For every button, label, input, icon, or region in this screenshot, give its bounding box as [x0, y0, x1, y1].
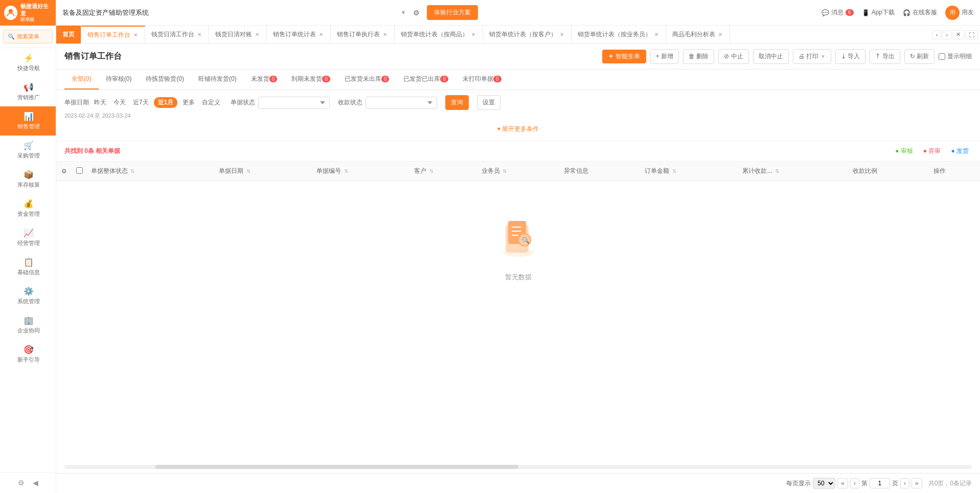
- subtab-shipped-not-out[interactable]: 已发货未出库0: [337, 70, 397, 89]
- tab-sales-summary-staff[interactable]: 销货单统计表（按业务员） ✕: [572, 26, 666, 43]
- date-yesterday-button[interactable]: 昨天: [92, 97, 108, 108]
- solution-button[interactable]: 体验行业方案: [427, 5, 478, 20]
- show-detail-input[interactable]: [939, 53, 945, 60]
- col-number[interactable]: 单据编号 ⇅: [312, 162, 410, 181]
- query-button[interactable]: 查询: [445, 95, 469, 110]
- tab-scroll-left-button[interactable]: ‹: [932, 30, 942, 39]
- tab-cash-reconcile-close[interactable]: ✕: [254, 32, 260, 37]
- tab-sales-summary-customer-close[interactable]: ✕: [559, 32, 565, 37]
- date-more-button[interactable]: 更多: [180, 97, 197, 108]
- subtab-overdue-not-shipped[interactable]: 到期未发货0: [284, 70, 337, 89]
- cancel-stop-button[interactable]: 取消中止: [753, 49, 789, 64]
- date-1month-button[interactable]: 近1月: [154, 97, 178, 108]
- last-page-button[interactable]: »: [911, 478, 922, 488]
- tab-sales-summary-staff-close[interactable]: ✕: [653, 32, 659, 37]
- tab-sales-stats-close[interactable]: ✕: [318, 32, 324, 37]
- prev-page-button[interactable]: ‹: [850, 478, 859, 488]
- expand-filter-button[interactable]: ▾ 展开更多条件: [493, 123, 543, 136]
- payment-select[interactable]: [366, 97, 437, 109]
- guide-icon: 🎯: [24, 345, 34, 354]
- tab-cash-clear[interactable]: 钱货日清工作台 ✕: [145, 26, 209, 43]
- sidebar-settings-button[interactable]: ⚙: [15, 477, 28, 489]
- date-7days-button[interactable]: 近7天: [131, 97, 151, 108]
- page-size-select[interactable]: 50: [813, 478, 835, 489]
- tab-sales-summary-product[interactable]: 销货单统计表（按商品） ✕: [395, 26, 483, 43]
- import-button[interactable]: ⤓ 导入: [835, 49, 865, 64]
- ship-button[interactable]: ● 发货: [948, 145, 972, 157]
- date-range-display: 2023-02-24 至 2023-03-24: [64, 112, 972, 120]
- tab-sales-stats[interactable]: 销售订单统计表 ✕: [267, 26, 331, 43]
- subtab-shipped-out[interactable]: 已发货已出库0: [396, 70, 455, 89]
- tab-gross-margin[interactable]: 商品毛利分析表 ✕: [666, 26, 730, 43]
- tab-close-all-button[interactable]: ✕: [952, 30, 964, 39]
- refresh-button[interactable]: ↻ 刷新: [904, 49, 935, 64]
- user-menu[interactable]: 用 用友: [945, 6, 974, 20]
- date-custom-button[interactable]: 自定义: [200, 97, 222, 108]
- topbar-settings-button[interactable]: ⚙: [411, 7, 422, 19]
- stop-button[interactable]: ⊘ 中止: [718, 49, 748, 64]
- col-customer[interactable]: 客户 ⇅: [410, 162, 477, 181]
- tab-cash-reconcile[interactable]: 钱货日清对账 ✕: [209, 26, 267, 43]
- sidebar-item-sales[interactable]: 📊 销售管理: [0, 106, 56, 136]
- not-shipped-badge: 0: [269, 76, 278, 82]
- subtab-not-shipped[interactable]: 未发货0: [244, 70, 285, 89]
- sidebar-item-enterprise[interactable]: 🏢 企业协同: [0, 310, 56, 340]
- audit-button[interactable]: ● 审核: [892, 145, 916, 157]
- col-status[interactable]: 单据整体状态 ⇅: [87, 162, 215, 181]
- col-collected[interactable]: 累计收款... ⇅: [738, 162, 849, 181]
- add-button[interactable]: + 新增: [650, 49, 679, 64]
- subtab-pending-audit[interactable]: 待审核(0): [99, 70, 139, 89]
- subtab-not-printed[interactable]: 未打印单据0: [455, 70, 509, 89]
- col-staff[interactable]: 业务员 ⇅: [477, 162, 560, 181]
- tab-sales-workbench[interactable]: 销售订单工作台 ✕: [81, 26, 145, 43]
- horizontal-scrollbar-thumb[interactable]: [155, 465, 518, 469]
- message-button[interactable]: 💬 消息 6: [822, 8, 854, 17]
- subtab-pending-inspect[interactable]: 待拣货验货(0): [139, 70, 191, 89]
- tab-sales-exec-close[interactable]: ✕: [382, 32, 388, 37]
- subtab-all[interactable]: 全部(0): [64, 70, 99, 89]
- cancel-audit-button[interactable]: ● 弃审: [920, 145, 944, 157]
- sidebar-item-guide[interactable]: 🎯 新手引导: [0, 340, 56, 369]
- subtab-wangpu-ship[interactable]: 旺铺待发货(0): [191, 70, 244, 89]
- col-settings[interactable]: ⚙: [56, 162, 72, 181]
- smart-generate-button[interactable]: ✦ 智能生单: [602, 50, 646, 63]
- sidebar-item-marketing[interactable]: 📢 营销推广: [0, 77, 56, 106]
- tab-sales-summary-customer[interactable]: 销货单统计表（按客户） ✕: [483, 26, 572, 43]
- horizontal-scrollbar[interactable]: [64, 465, 972, 469]
- sidebar-item-purchase[interactable]: 🛒 采购管理: [0, 136, 56, 165]
- page-number-input[interactable]: [870, 478, 890, 488]
- tab-scroll-right-button[interactable]: ›: [942, 30, 951, 39]
- select-all-checkbox[interactable]: [76, 167, 83, 174]
- col-date[interactable]: 单据日期 ⇅: [215, 162, 312, 181]
- online-service-button[interactable]: 🎧 在线客服: [903, 8, 937, 17]
- col-checkbox[interactable]: [72, 162, 87, 181]
- settings-filter-button[interactable]: 设置: [477, 95, 500, 110]
- sidebar-item-basic-info[interactable]: 📋 基础信息: [0, 252, 56, 281]
- date-today-button[interactable]: 今天: [111, 97, 128, 108]
- status-select[interactable]: [258, 97, 330, 109]
- app-download-button[interactable]: 📱 App下载: [862, 8, 895, 17]
- export-button[interactable]: ⤒ 导出: [870, 49, 900, 64]
- tab-home[interactable]: 首页: [56, 26, 81, 43]
- system-title-dropdown[interactable]: ▼: [401, 10, 406, 15]
- date-quick-buttons: 昨天 今天 近7天 近1月 更多 自定义: [92, 97, 222, 108]
- next-page-button[interactable]: ›: [900, 478, 909, 488]
- sidebar-item-system[interactable]: ⚙️ 系统管理: [0, 281, 56, 310]
- search-menu-button[interactable]: 🔍 搜索菜单: [3, 30, 53, 43]
- sidebar-item-operations[interactable]: 📈 经营管理: [0, 223, 56, 252]
- sidebar-item-finance[interactable]: 💰 资金管理: [0, 194, 56, 223]
- show-detail-checkbox[interactable]: 显示明细: [939, 52, 972, 61]
- sidebar-collapse-button[interactable]: ◀: [30, 477, 41, 489]
- tab-sales-workbench-close[interactable]: ✕: [132, 32, 139, 38]
- tab-gross-margin-close[interactable]: ✕: [717, 32, 723, 37]
- sidebar-item-inventory[interactable]: 📦 库存核算: [0, 165, 56, 194]
- tab-expand-button[interactable]: ⛶: [965, 30, 978, 39]
- print-button[interactable]: 🖨 打印 ▼: [793, 49, 831, 64]
- first-page-button[interactable]: «: [837, 478, 848, 488]
- tab-sales-exec[interactable]: 销售订单执行表 ✕: [331, 26, 395, 43]
- sidebar-item-quick-nav[interactable]: ⚡ 快捷导航: [0, 48, 56, 77]
- delete-button[interactable]: 🗑 删除: [683, 49, 714, 64]
- tab-sales-summary-product-close[interactable]: ✕: [470, 32, 476, 37]
- tab-cash-clear-close[interactable]: ✕: [196, 32, 202, 37]
- col-amount[interactable]: 订单金额 ⇅: [641, 162, 738, 181]
